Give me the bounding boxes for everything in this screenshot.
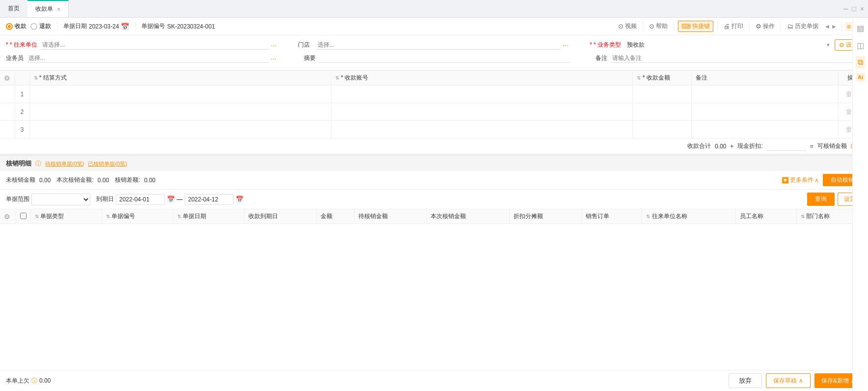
row-account-3[interactable] (331, 121, 632, 139)
bottom-col-doc-date: ⇅ 单据日期 (173, 209, 244, 224)
sidebar-icon-ai[interactable]: Ai (856, 73, 865, 82)
this-time-value: 0.00 (98, 177, 109, 184)
tab-close-icon[interactable]: × (57, 6, 60, 13)
salesman-input[interactable] (27, 54, 269, 63)
shortcut-btn[interactable]: ⌨ 快捷键 (678, 21, 713, 32)
tab-home[interactable]: 首页 (0, 0, 27, 17)
toolbar-right: ⊙ 视频 ⊙ 帮助 ⌨ 快捷键 🖨 打印 ⚙ 操作 (616, 21, 862, 32)
radio-refund-label: 退款 (39, 22, 51, 30)
tab-active[interactable]: 收款单 × (27, 0, 69, 17)
save-draft-btn[interactable]: 保存草稿 ∧ (766, 373, 811, 388)
col-account: ⇅ * 收款账号 (331, 71, 632, 85)
col-num (15, 71, 29, 85)
discard-btn[interactable]: 放弃 (729, 373, 762, 388)
history-btn[interactable]: 🗂 历史单据 (785, 21, 820, 31)
maximize-icon[interactable]: □ (852, 5, 856, 13)
row-account-2[interactable] (331, 103, 632, 121)
row-num-1: 1 (15, 85, 29, 103)
counterpart-more-btn[interactable]: ··· (269, 41, 278, 49)
counterpart-input[interactable] (40, 40, 269, 50)
divider-5 (717, 22, 718, 31)
filter-right: 🔽 更多条件 ∧ 自动核销 (782, 174, 862, 186)
abstract-input[interactable] (319, 54, 570, 63)
bottom-col-unit-name-label: 往来单位名称 (652, 213, 687, 220)
calendar-icon[interactable]: 📅 (121, 23, 129, 30)
shortcut-label: 快捷键 (692, 22, 710, 30)
row-checkbox-1[interactable] (0, 85, 15, 103)
radio-receive[interactable]: 收款 (6, 22, 27, 30)
business-type-value: 预收款 (627, 41, 645, 49)
footer-info-icon[interactable]: ⓘ (31, 377, 37, 385)
shop-more-btn[interactable]: ··· (561, 41, 570, 49)
help-btn[interactable]: ⊙ 帮助 (647, 21, 670, 31)
row-remark-2[interactable] (692, 103, 839, 121)
operation-label: 操作 (763, 22, 775, 30)
bottom-select-all[interactable] (20, 213, 27, 219)
shop-input[interactable] (316, 40, 561, 50)
abstract-field: 摘要 (298, 54, 570, 63)
save-new-label: 保存&新增 (821, 377, 849, 385)
print-label: 打印 (732, 22, 743, 30)
prev-arrow[interactable]: ◄ (824, 23, 830, 30)
section-info-icon[interactable]: ⓘ (35, 160, 41, 168)
divider-7 (781, 22, 781, 31)
operation-btn[interactable]: ⚙ 操作 (754, 21, 777, 31)
row-checkbox-2[interactable] (0, 103, 15, 121)
operation-icon: ⚙ (756, 23, 761, 30)
num-value: SK-20230324-001 (167, 23, 215, 30)
minimize-icon[interactable]: ─ (843, 5, 848, 13)
delete-icon-2[interactable]: 🗑 (845, 108, 852, 115)
business-type-label: * 业务类型 (590, 41, 621, 49)
table-row: 2 🗑 ⧉ (0, 103, 868, 121)
data-table-container: ⚙ ⇅ * 结算方式 ⇅ * 收款账号 ⇅ * 收款金额 (0, 70, 868, 139)
sidebar-icon-1[interactable]: ▤ (855, 22, 866, 35)
print-btn[interactable]: 🖨 打印 (722, 21, 745, 31)
row-amount-3[interactable] (633, 121, 692, 139)
divider-6 (749, 22, 750, 31)
row-settlement-3[interactable] (29, 121, 331, 139)
list-view-icon[interactable]: ≡ (845, 22, 852, 31)
date-start-icon[interactable]: 📅 (167, 196, 175, 203)
delete-icon-3[interactable]: 🗑 (845, 125, 852, 133)
radio-receive-label: 收款 (15, 22, 27, 30)
bottom-settings-icon[interactable]: ⚙ (4, 213, 10, 221)
row-amount-1[interactable] (633, 85, 692, 103)
num-label: 单据编号 (141, 22, 165, 30)
diff-value: 0.00 (144, 177, 155, 184)
sidebar-icon-2[interactable]: ◫ (855, 39, 866, 52)
form-row-2: 业务员 ··· 摘要 备注 (6, 54, 862, 63)
row-settlement-1[interactable] (29, 85, 331, 103)
next-arrow[interactable]: ► (831, 23, 837, 30)
row-remark-3[interactable] (692, 121, 839, 139)
help-icon: ⊙ (649, 23, 654, 30)
row-settlement-2[interactable] (29, 103, 331, 121)
range-label: 单据范围 (6, 195, 29, 203)
row-account-1[interactable] (331, 85, 632, 103)
close-window-icon[interactable]: × (860, 5, 864, 13)
more-conditions-btn[interactable]: 🔽 更多条件 ∧ (782, 176, 819, 184)
remark-input[interactable] (610, 54, 862, 63)
sidebar-icon-3[interactable]: ⧉ (856, 56, 865, 69)
pending-label[interactable]: 待核销单据(0笔) (45, 160, 84, 168)
business-type-dropdown-icon[interactable]: ▼ (826, 42, 835, 48)
video-btn[interactable]: ⊙ 视频 (616, 21, 639, 31)
range-select[interactable] (31, 194, 90, 205)
delete-icon-1[interactable]: 🗑 (845, 90, 852, 98)
counterpart-field: * 往来单位 ··· (6, 40, 278, 50)
divider-3 (643, 22, 643, 31)
query-btn[interactable]: 查询 (807, 193, 835, 206)
date-end-icon[interactable]: 📅 (236, 196, 244, 203)
done-label[interactable]: 已核销单据(0笔) (88, 160, 127, 168)
row-remark-1[interactable] (692, 85, 839, 103)
date-start-input[interactable] (116, 194, 165, 205)
radio-refund[interactable]: 退款 (30, 22, 51, 30)
salesman-more-btn[interactable]: ··· (269, 55, 278, 62)
row-checkbox-3[interactable] (0, 121, 15, 139)
nav-arrows: ◄ ► (824, 23, 837, 30)
discount-input[interactable] (767, 141, 806, 151)
filter-row: 未核销金额 0.00 本次核销金额: 0.00 核销差额: 0.00 🔽 更多条… (0, 171, 868, 190)
row-amount-2[interactable] (633, 103, 692, 121)
col-settings: ⚙ (0, 71, 15, 85)
table-settings-icon[interactable]: ⚙ (4, 74, 10, 82)
date-end-input[interactable] (185, 194, 234, 205)
